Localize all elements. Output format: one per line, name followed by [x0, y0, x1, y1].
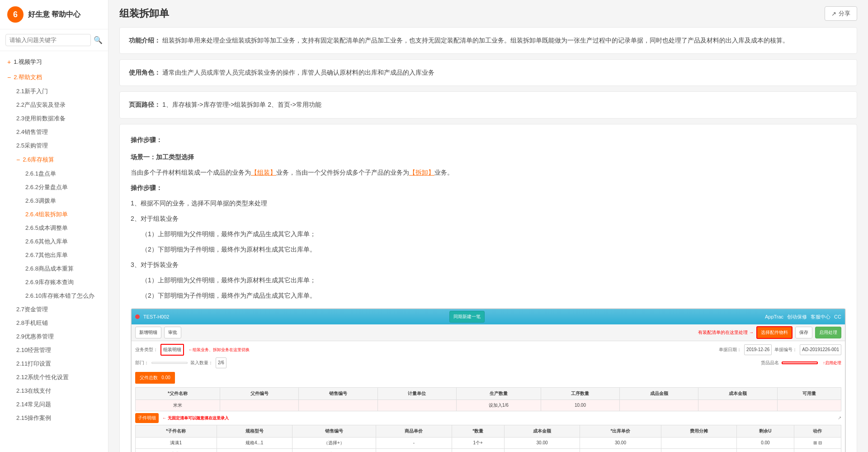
sw-col-parent-num: 父件编号 [220, 387, 299, 400]
sw-tab-new[interactable]: 新增明细 [135, 327, 161, 338]
sidebar-item-assembly[interactable]: 2.6.4组装拆卸单 [7, 208, 108, 221]
sidebar-item-sales[interactable]: 2.4销售管理 [4, 125, 108, 139]
sw-cell-prod-qty-1: 设加入1/6 [456, 400, 541, 411]
sidebar-item-custom[interactable]: 2.12系统个性化设置 [4, 371, 108, 384]
sw-bom-select[interactable]: 选择配件物料 [756, 326, 793, 339]
screenshot-container: TEST-H002 同期新建一笔 AppTrac 创动保修 客服中心 CC 新增… [131, 308, 846, 452]
sw-cell-child-name-1: 满满1 [136, 437, 217, 448]
sidebar-item-partial-stocktake[interactable]: 2.6.2分量盘点单 [7, 181, 108, 194]
step-3-2: （2）下部明细为子件明细，最终作为产成品生成其它入库单。 [131, 289, 846, 302]
search-button[interactable]: 🔍 [94, 36, 103, 44]
sidebar-item-faq[interactable]: 2.14常见问题 [4, 398, 108, 411]
sw-cell-sale2-2: （选择+） [292, 448, 376, 452]
sw-col-unit: 计量单位 [377, 387, 456, 400]
sw-hint-label: 货品品名 [761, 358, 779, 367]
sw-col-sale-num2: 销售编号 [292, 425, 376, 437]
sidebar-item-other-in[interactable]: 2.6.6其他入库单 [7, 235, 108, 248]
sidebar-item-cost-recalc[interactable]: 2.6.8商品成本重算 [7, 262, 108, 276]
sidebar-item-data-prep[interactable]: 2.3使用前数据准备 [4, 112, 108, 125]
sidebar-item-new-user[interactable]: 2.1新手入门 [4, 85, 108, 98]
sw-cell-avail-1 [777, 400, 841, 411]
sidebar-label-1: 1.视频学习 [14, 58, 42, 66]
sidebar-item-coupon[interactable]: 2.9优惠券管理 [4, 330, 108, 343]
sw-form: 业务类型： 组装明细 ←组装业务、拆卸业务在这里切换 单据日期： 2019-12… [132, 341, 845, 452]
sidebar-item-print[interactable]: 2.11打印设置 [4, 357, 108, 371]
sw-tab-approve[interactable]: 审批 [164, 327, 181, 338]
sidebar-item-online-pay[interactable]: 2.13在线支付 [4, 384, 108, 398]
sw-cell-alloc-1 [661, 437, 736, 448]
sw-table-header-child: *子件名称 规格型号 销售编号 商品单价 *数量 成本金额 *出库单价 费用分摊… [136, 425, 841, 437]
link-assembly[interactable]: 【组装】 [251, 169, 276, 176]
sidebar-item-ops[interactable]: 2.10经营管理 [4, 343, 108, 357]
sw-cell-spec-2 [217, 448, 292, 452]
sw-save[interactable]: 保存 [795, 327, 812, 338]
sw-col-parent-name: *父件名称 [136, 387, 220, 400]
nav-children-26: 2.6.1盘点单 2.6.2分量盘点单 2.6.3调拨单 2.6.4组装拆卸单 … [4, 167, 108, 303]
sidebar-item-transfer[interactable]: 2.6.3调拨单 [7, 194, 108, 208]
scene1-desc: 当由多个子件材料组装成一个成品的业务为【组装】业务，当由一个父件拆分成多个子产品… [131, 166, 846, 179]
collapse-icon-2: − [7, 74, 11, 81]
sw-col-proc-qty: 工序数量 [541, 387, 619, 400]
sw-cell-action-2[interactable]: ⊞ ⊟ [794, 448, 841, 452]
ann-label-3: ↑启用处理 [823, 359, 842, 367]
software-screenshot: TEST-H002 同期新建一笔 AppTrac 创动保修 客服中心 CC 新增… [131, 309, 845, 452]
sidebar-item-purchase[interactable]: 2.5采购管理 [4, 139, 108, 152]
sidebar-item-cases[interactable]: 2.15操作案例 [4, 411, 108, 425]
sw-expand-icon[interactable]: ↗ [838, 414, 841, 423]
sw-cell-child-name-2: 满满2 [136, 448, 217, 452]
sidebar-item-ledger-query[interactable]: 2.6.9库存账本查询 [7, 276, 108, 289]
sw-dept-field[interactable] [151, 362, 188, 364]
sidebar-item-mobile[interactable]: 2.8手机旺铺 [4, 316, 108, 330]
role-intro-label: 使用角色： [129, 69, 160, 76]
share-label: 分享 [839, 10, 850, 18]
sw-goods-field[interactable] [782, 362, 818, 364]
nav-subsection-inventory: − 2.6库存核算 2.6.1盘点单 2.6.2分量盘点单 2.6.3调拨单 2… [4, 152, 108, 303]
sw-col-prod-qty: 生产数量 [456, 387, 541, 400]
sw-col-sale-num: 销售编号 [299, 387, 377, 400]
sw-num-value[interactable]: AD-20191226-001 [800, 344, 841, 355]
nav-section-1: + 1.视频学习 [0, 55, 108, 69]
func-intro-label: 功能介绍： [129, 37, 160, 44]
sw-num-label: 单据编号： [774, 345, 797, 354]
sw-cell-uprice-2 [376, 448, 452, 452]
path-intro-text: 1、库存核算->库存管理->组装拆卸单 2、首页->常用功能 [162, 101, 321, 108]
sidebar-item-finance[interactable]: 2.7资金管理 [4, 303, 108, 316]
sidebar-item-stocktake[interactable]: 2.6.1盘点单 [7, 167, 108, 181]
sw-type-label: 业务类型： [135, 345, 158, 354]
expand-icon-1: + [7, 58, 11, 66]
step-3: 3、对于拆装业务 [131, 258, 846, 271]
func-intro-block: 功能介绍： 组装拆卸单用来处理企业组装或拆卸等加工业务，支持有固定装配清单的产品… [119, 27, 857, 54]
steps-block: 操作步骤： 场景一：加工类型选择 当由多个子件材料组装成一个成品的业务为【组装】… [119, 124, 857, 452]
sidebar-item-cost-adjust[interactable]: 2.6.5成本调整单 [7, 221, 108, 235]
search-input[interactable] [5, 34, 91, 46]
sw-type-value[interactable]: 组装明细 [160, 344, 184, 356]
sw-col-avail: 可用量 [777, 387, 841, 400]
sw-new-btn[interactable]: 同期新建一笔 [449, 311, 485, 323]
sidebar-item-inventory[interactable]: − 2.6库存核算 [4, 152, 108, 167]
sw-enable[interactable]: 启用处理 [815, 327, 841, 338]
sidebar-item-other-out[interactable]: 2.6.7其他出库单 [7, 248, 108, 262]
sw-table-header-parent: *父件名称 父件编号 销售编号 计量单位 生产数量 工序数量 成品金额 成本金额… [136, 387, 841, 400]
sidebar-item-help-docs[interactable]: − 2.帮助文档 [0, 70, 108, 85]
sw-warranty: 创动保修 [787, 312, 807, 322]
sw-cell-cost-amt-1 [698, 400, 777, 411]
search-bar: 🔍 [0, 29, 108, 51]
sidebar-item-video-learning[interactable]: + 1.视频学习 [0, 55, 108, 69]
link-disassemble[interactable]: 【拆卸】 [409, 169, 434, 176]
sw-cell-uprice-1: - [376, 437, 452, 448]
sidebar-item-install[interactable]: 2.2产品安装及登录 [4, 98, 108, 112]
sw-date-value[interactable]: 2019-12-26 [744, 344, 772, 355]
sw-col-spec: 规格型号 [217, 425, 292, 437]
sidebar-item-ledger-error[interactable]: 2.6.10库存账本错了怎么办 [7, 289, 108, 303]
role-intro-text: 通常由生产人员或库管人员完成拆装业务的操作，库管人员确认原材料的出库和产成品的入… [162, 69, 434, 76]
logo-bar: 6 好生意 帮助中心 [0, 0, 108, 29]
sw-cell-spec-1: 规格4...1 [217, 437, 292, 448]
step-2: 2、对于组装业务 [131, 212, 846, 225]
sw-child-label: 子件明细 [135, 413, 159, 423]
step-1: 1、根据不同的业务，选择不同单据的类型来处理 [131, 197, 846, 209]
logo-text: 好生意 帮助中心 [28, 10, 80, 19]
page-title: 组装拆卸单 [119, 7, 169, 20]
sw-cell-action-1[interactable]: ⊞ ⊟ [794, 437, 841, 448]
share-button[interactable]: ↗ 分享 [825, 6, 857, 21]
sw-qty-value[interactable]: 2/6 [216, 357, 226, 368]
